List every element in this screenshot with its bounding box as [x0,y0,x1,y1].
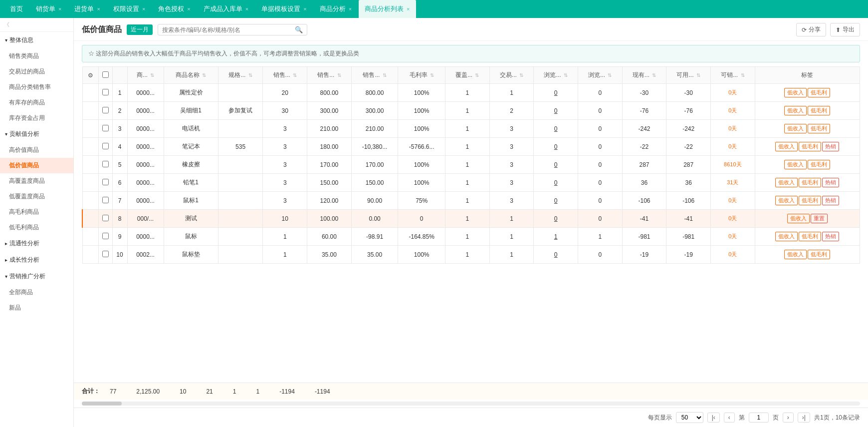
row-checkbox-5[interactable] [102,179,109,185]
select-all-checkbox[interactable] [102,71,109,78]
tag-热销: 热销 [822,196,839,205]
row-checkbox-3[interactable] [102,143,109,149]
close-purchase-icon[interactable]: × [97,6,100,12]
sidebar-item-low-coverage[interactable]: 低覆盖度商品 [0,189,73,204]
nav-role[interactable]: 角色授权 × [152,0,196,18]
col-stock2[interactable]: 可用... ⇅ [666,67,711,84]
cell-no: 5 [112,156,127,174]
period-badge[interactable]: 近一月 [127,24,153,35]
col-sales2[interactable]: 销售... ⇅ [307,67,352,84]
nav-sales[interactable]: 销货单 × [30,0,67,18]
sidebar-item-high-value[interactable]: 高价值商品 [0,142,73,158]
browse1-link[interactable]: 0 [554,107,558,114]
row-checkbox-7[interactable] [102,215,109,221]
settings-icon[interactable]: ⚙ [88,72,93,79]
collapse-sidebar-btn[interactable]: 《 [4,21,9,28]
sidebar-item-traded-goods[interactable]: 交易过的商品 [0,64,73,79]
browse1-link[interactable]: 0 [554,125,558,132]
cell-checkbox[interactable] [98,192,112,210]
close-role-icon[interactable]: × [187,6,190,12]
sidebar-item-stock-goods[interactable]: 有库存的商品 [0,95,73,110]
col-name[interactable]: 商品名称 ⇅ [164,67,218,84]
nav-goods-list[interactable]: 商品分析列表 × [359,0,416,18]
next-page-btn[interactable]: › [783,413,794,423]
cell-checkbox[interactable] [98,228,112,246]
col-code[interactable]: 商... ⇅ [127,67,164,84]
nav-product-in[interactable]: 产成品入库单 × [198,0,254,18]
page-size-select[interactable]: 50 100 200 [676,412,703,423]
cell-checkbox[interactable] [98,210,112,228]
sidebar-item-sales-goods[interactable]: 销售类商品 [0,48,73,64]
sidebar-item-stock-capital[interactable]: 库存资金占用 [0,110,73,126]
row-checkbox-2[interactable] [102,125,109,131]
row-checkbox-0[interactable] [102,89,109,95]
tag-低毛利: 低毛利 [808,88,830,97]
cell-checkbox[interactable] [98,246,112,264]
scrollbar-track[interactable] [82,402,860,406]
prev-page-btn[interactable]: ‹ [724,413,735,423]
col-sales1[interactable]: 销售... ⇅ [263,67,307,84]
search-icon[interactable]: 🔍 [295,26,303,33]
col-settings[interactable]: ⚙ [82,67,98,84]
cell-checkbox[interactable] [98,138,112,156]
row-checkbox-9[interactable] [102,251,109,257]
col-browse1[interactable]: 浏览... ⇅ [534,67,578,84]
row-checkbox-8[interactable] [102,233,109,239]
cell-checkbox[interactable] [98,84,112,102]
browse1-link[interactable]: 0 [554,161,558,168]
sidebar-item-category-rate[interactable]: 商品分类销售率 [0,79,73,95]
row-checkbox-4[interactable] [102,161,109,167]
close-permission-icon[interactable]: × [142,6,145,12]
browse1-link[interactable]: 0 [554,251,558,258]
close-product-in-icon[interactable]: × [245,6,248,12]
browse1-link[interactable]: 0 [554,143,558,150]
nav-purchase[interactable]: 进货单 × [68,0,106,18]
close-template-icon[interactable]: × [303,6,306,12]
cell-checkbox[interactable] [98,156,112,174]
sidebar-group-growth[interactable]: ▸ 成长性分析 [0,252,73,268]
col-sales3[interactable]: 销售... ⇅ [351,67,398,84]
sidebar-group-contribution[interactable]: ▾ 贡献值分析 [0,126,73,142]
close-sales-icon[interactable]: × [58,6,61,12]
nav-goods-analysis[interactable]: 商品分析 × [314,0,358,18]
sidebar-group-flow[interactable]: ▸ 流通性分析 [0,235,73,252]
search-input[interactable] [162,26,295,33]
sidebar-item-low-profit[interactable]: 低毛利商品 [0,220,73,235]
sidebar-item-new-goods[interactable]: 新品 [0,300,73,316]
browse1-link[interactable]: 1 [554,233,558,240]
first-page-btn[interactable]: |‹ [707,413,720,423]
browse1-link[interactable]: 0 [554,179,558,186]
sidebar-group-marketing[interactable]: ▾ 营销推广分析 [0,268,73,285]
share-button[interactable]: ⟳ 分享 [796,23,826,36]
col-margin[interactable]: 毛利率 ⇅ [398,67,445,84]
browse1-link[interactable]: 0 [554,197,558,204]
col-spec[interactable]: 规格... ⇅ [218,67,263,84]
close-goods-list-icon[interactable]: × [407,6,410,12]
col-stock1[interactable]: 现有... ⇅ [622,67,666,84]
cell-checkbox[interactable] [98,120,112,138]
nav-template[interactable]: 单据模板设置 × [255,0,312,18]
sidebar-item-low-value[interactable]: 低价值商品 [0,158,73,173]
col-coverage[interactable]: 覆盖... ⇅ [445,67,489,84]
close-goods-icon[interactable]: × [349,6,352,12]
sidebar-item-all-goods[interactable]: 全部商品 [0,285,73,300]
row-checkbox-6[interactable] [102,197,109,203]
scrollbar-thumb[interactable] [82,402,122,406]
browse1-link[interactable]: 0 [554,89,558,96]
sidebar-item-high-profit[interactable]: 高毛利商品 [0,204,73,220]
export-button[interactable]: ⬆ 导出 [830,23,860,36]
cell-checkbox[interactable] [98,174,112,192]
row-checkbox-1[interactable] [102,107,109,113]
col-stock3[interactable]: 可销... ⇅ [711,67,755,84]
col-checkbox[interactable] [98,67,112,84]
nav-permission[interactable]: 权限设置 × [107,0,151,18]
cell-checkbox[interactable] [98,102,112,120]
col-trade[interactable]: 交易... ⇅ [489,67,534,84]
current-page-input[interactable] [749,413,769,423]
col-browse2[interactable]: 浏览... ⇅ [578,67,622,84]
sidebar-group-overview[interactable]: ▾ 整体信息 [0,32,73,48]
nav-home[interactable]: 首页 [4,0,29,18]
browse1-link[interactable]: 0 [554,215,558,222]
sidebar-item-high-coverage[interactable]: 高覆盖度商品 [0,173,73,189]
last-page-btn[interactable]: ›| [798,413,810,423]
